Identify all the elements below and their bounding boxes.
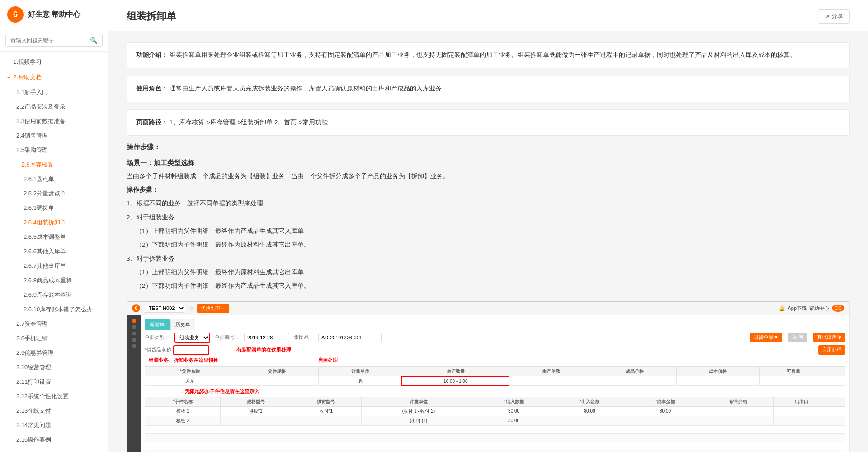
step-3-2: （2）下部明细为子件明细，最终作为产成品生成其它入库单。 [136, 281, 850, 291]
table-row-child-2: 模板 2 (出付 (1) 30.00 [145, 416, 845, 425]
generate-btn[interactable]: 进货单品▼ [750, 333, 782, 342]
th-unit: 计量单位 [318, 366, 402, 376]
sidebar-item-docs[interactable]: − 2.帮助文档 [0, 70, 108, 85]
ops-steps-title: 操作步骤： [127, 185, 850, 195]
table-row-child-1: 模板 1 供应*1 收付*1 (收付 1 - 收付 2) 30.00 80.00… [145, 406, 845, 416]
sidebar-item-stocktake[interactable]: 2.6.1盘点单 [0, 172, 108, 186]
sidebar-item-fund[interactable]: 2.7资金管理 [0, 317, 108, 331]
sidebar-item-cases[interactable]: 2.15操作案例 [0, 433, 108, 447]
th-parent-name: *父件名称 [145, 366, 235, 376]
app-tabs: 新增单 历史单 [145, 319, 845, 330]
td2-iq: 30.00 [476, 406, 552, 416]
sidebar-item-newbie[interactable]: 2.1新手入门 [0, 85, 108, 100]
page-title: 组装拆卸单 [127, 10, 176, 23]
app-tab-new[interactable]: 新增单 [145, 319, 170, 330]
sidebar-dot-4 [132, 338, 136, 342]
td2-ia-2 [552, 416, 627, 425]
sidebar-item-stock-query[interactable]: 2.6.9库存账本查询 [0, 288, 108, 302]
sidebar-item-install[interactable]: 2.2产品安装及登录 [0, 100, 108, 114]
sidebar-item-customization[interactable]: 2.12系统个性化设置 [0, 389, 108, 404]
role-box: 使用角色： 通常由生产人员或库管人员完成拆装业务的操作，库管人员确认原材料的出库… [127, 76, 850, 102]
app-logo-icon: 6 [7, 6, 24, 23]
sidebar-item-assembly[interactable]: 2.6.4组装拆卸单 [0, 215, 108, 230]
parent-items-table: *父件名称 父件规格 计量单位 生产数量 生产单数 成品价格 成本价格 可售量 [145, 366, 845, 386]
field-type-select[interactable]: 组装业务 [174, 333, 210, 343]
annotation-bar-2: ↑ 组装业务、拆卸业务在这里切换 启用处理 ↑ [145, 357, 845, 364]
path-box: 页面路径： 1、库存核算->库存管理->组装拆卸单 2、首页->常用功能 [127, 109, 850, 136]
sidebar-item-sales[interactable]: 2.4销售管理 [0, 128, 108, 143]
inventory-minus-icon: − [16, 162, 20, 168]
annotation-bar-3: ↓ 无限地添加子件信息请在这里录入 [145, 388, 845, 395]
process-btn[interactable]: 启用处理 [818, 345, 845, 355]
app-screenshot: 6 TEST-H002 ⚙ 切换到下一 🔔 App下载 帮助中心 CC [127, 301, 849, 452]
sidebar-item-stock-error[interactable]: 2.6.10库存账本错了怎么办 [0, 302, 108, 317]
app-tab-history[interactable]: 历史单 [170, 319, 195, 330]
th-cost: 成本价格 [676, 366, 760, 376]
step-3-1: （1）上部明细为父件明细，最终作为原材料生成其它出库单； [136, 267, 850, 278]
sidebar-item-payment[interactable]: 2.13在线支付 [0, 404, 108, 418]
app-logo-mini: 6 [132, 304, 140, 312]
td-avail [760, 376, 827, 386]
topbar-next-btn[interactable]: 切换到下一 [197, 304, 229, 313]
sidebar-item-cost-recalc[interactable]: 2.6.8商品成本重算 [0, 273, 108, 288]
sidebar-item-print[interactable]: 2.11打印设置 [0, 375, 108, 389]
supply-field-input[interactable] [173, 345, 209, 355]
th-count: 生产单数 [509, 366, 593, 376]
sidebar-dot-3 [132, 332, 136, 335]
other-btn[interactable]: 其他出库单 [813, 333, 845, 342]
td2-out [774, 406, 830, 416]
field-date-input[interactable] [244, 333, 289, 342]
sidebar-item-partial-stock[interactable]: 2.6.2分量盘点单 [0, 186, 108, 201]
annotation-area-1: *供货品名称 [145, 345, 209, 355]
th2-supply: 供货型号 [291, 397, 362, 406]
td-unit: 双 [318, 376, 402, 386]
th-qty: 生产数量 [402, 366, 509, 376]
step-1: 1、根据不同的业务，选择不同单据的类型来处理 [127, 198, 850, 209]
sidebar-item-cost-adj[interactable]: 2.6.5成本调整单 [0, 230, 108, 244]
td2-unit: (收付 1 - 收付 2) [361, 406, 476, 416]
sidebar-item-inventory[interactable]: − 2.6库存核算 [0, 157, 108, 172]
app-logo-text: 好生意 帮助中心 [28, 10, 80, 19]
th2-inout-amt: *出入金额 [552, 397, 627, 406]
path-label: 页面路径： [136, 119, 168, 126]
sidebar-item-mobile[interactable]: 2.8手机旺铺 [0, 331, 108, 346]
sidebar-item-purchase[interactable]: 2.5采购管理 [0, 143, 108, 157]
app-org-select[interactable]: TEST-H002 [144, 304, 185, 313]
td2-spec-2 [221, 416, 291, 425]
process-btn-area: 启用处理 [818, 345, 845, 355]
ops-title: 操作步骤： [127, 143, 850, 152]
sidebar-search-area: 🔍 [0, 29, 108, 52]
main-content: 组装拆卸单 ↗ 分享 功能介绍： 组装拆卸单用来处理企业组装或拆卸等加工业务，支… [108, 0, 868, 452]
annotation-text-2: ↑ 组装业务、拆卸业务在这里切换 [145, 357, 218, 364]
annotation-text-1: 有装配清单的在这里处理 → [236, 347, 297, 353]
td2-cost: 80.00 [627, 406, 703, 416]
app-sidebar-mini [127, 315, 141, 452]
table-row-child-4 [145, 433, 845, 442]
screenshot-container: 6 TEST-H002 ⚙ 切换到下一 🔔 App下载 帮助中心 CC [127, 301, 850, 452]
sidebar-item-other-in[interactable]: 2.6.6其他入库单 [0, 244, 108, 259]
th2-inout-qty: *出入数量 [476, 397, 552, 406]
sidebar-item-coupon[interactable]: 2.9优惠券管理 [0, 346, 108, 360]
sidebar-item-transfer[interactable]: 2.6.3调拨单 [0, 201, 108, 215]
search-button[interactable]: 🔍 [90, 37, 98, 44]
search-input[interactable] [5, 34, 103, 47]
app-content: 新增单 历史单 单据类型： 组装业务 单据编号： 集团品： [141, 315, 849, 452]
td2-supply: 收付*1 [291, 406, 362, 416]
collapse-icon: − [7, 74, 11, 81]
th2-out: 出出口 [774, 397, 830, 406]
th2-name: *子件名称 [145, 397, 221, 406]
sidebar-item-other-out[interactable]: 2.6.7其他出库单 [0, 259, 108, 273]
td2-spec: 供应*1 [221, 406, 291, 416]
field-group-input[interactable] [318, 333, 382, 342]
close-btn[interactable]: 关 闭 [788, 333, 807, 342]
sidebar-item-data-prep[interactable]: 2.3使用前数据准备 [0, 114, 108, 128]
sidebar-item-video[interactable]: + 1.视频学习 [0, 54, 108, 70]
child-items-table: *子件名称 规格型号 供货型号 计量单位 *出入数量 *出入金额 *成本金额 帮… [145, 397, 845, 452]
sidebar-item-faq[interactable]: 2.14常见问题 [0, 418, 108, 433]
nav-section: + 1.视频学习 − 2.帮助文档 2.1新手入门 2.2产品安装及登录 2.3… [0, 52, 108, 450]
td2-act [830, 406, 845, 416]
share-button[interactable]: ↗ 分享 [818, 9, 850, 24]
th-price: 成品价格 [593, 366, 676, 376]
table-row: 关系 双 10.00 - 1.00 [145, 376, 845, 386]
sidebar-item-ops[interactable]: 2.10经营管理 [0, 360, 108, 375]
